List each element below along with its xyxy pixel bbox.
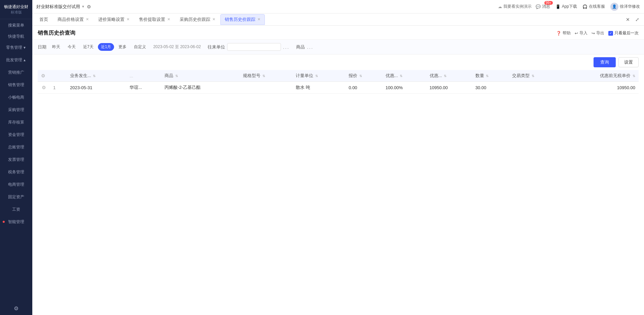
sort-icon: ⇅ bbox=[444, 74, 446, 78]
th-quantity[interactable]: 数量 ⇅ bbox=[472, 70, 509, 82]
demo-button[interactable]: ☁ 我要看实例演示 bbox=[498, 4, 532, 9]
message-icon: 💬 bbox=[536, 4, 541, 9]
tab-purchase-history[interactable]: 采购历史价跟踪 ✕ bbox=[175, 14, 220, 25]
sidebar-item-invoice[interactable]: 发票管理 bbox=[0, 153, 32, 166]
close-window-icon[interactable]: ✕ bbox=[624, 16, 632, 23]
online-service-label: 在线客服 bbox=[589, 4, 605, 9]
sort-icon: ⇅ bbox=[262, 74, 265, 78]
sidebar-item-small-ecommerce[interactable]: 小畅电商 bbox=[0, 91, 32, 104]
import-button[interactable]: ↩ 导入 bbox=[575, 30, 587, 36]
topbar-settings-icon[interactable]: ⚙ bbox=[87, 4, 91, 9]
table-row: ⚙ 1 2023-05-31 华谊... 丙烯酸-2-乙基己酯 bbox=[38, 82, 639, 94]
online-service-button[interactable]: 🎧 在线客服 bbox=[582, 4, 605, 9]
date-btn-last1m[interactable]: 近1月 bbox=[98, 43, 114, 51]
row-settings-icon[interactable]: ⚙ bbox=[42, 85, 46, 90]
sort-icon: ⇅ bbox=[175, 74, 178, 78]
customer-filter-label: 往来单位 bbox=[208, 44, 225, 50]
user-menu[interactable]: 👤 徐泽华修改 bbox=[610, 3, 640, 11]
sidebar-item-purchase[interactable]: 采购管理 bbox=[0, 104, 32, 116]
tab-label: 首页 bbox=[39, 16, 48, 23]
cloud-icon: ☁ bbox=[498, 4, 502, 9]
sidebar-item-accounting[interactable]: 总账管理 bbox=[0, 141, 32, 153]
action-buttons: 查询 设置 bbox=[32, 55, 644, 70]
tab-sales-history[interactable]: 销售历史价跟踪 ✕ bbox=[220, 14, 265, 25]
th-business-date[interactable]: 业务发生... ⇅ bbox=[67, 70, 126, 82]
sidebar-item-marketing[interactable]: 营销推广 bbox=[0, 66, 32, 79]
date-btn-yesterday[interactable]: 昨天 bbox=[49, 43, 63, 51]
th-unit[interactable]: 计量单位 ⇅ bbox=[292, 70, 345, 82]
row-number: 1 bbox=[53, 85, 56, 90]
tab-sale-extract[interactable]: 售价提取设置 ✕ bbox=[135, 14, 175, 25]
sidebar-item-smart[interactable]: 智能管理 bbox=[0, 216, 32, 228]
tab-close-icon[interactable]: ✕ bbox=[257, 17, 260, 22]
th-price[interactable]: 报价 ⇅ bbox=[345, 70, 382, 82]
sidebar-item-finance[interactable]: 资金管理 bbox=[0, 129, 32, 141]
th-label: 优惠... bbox=[386, 73, 398, 78]
help-label: 帮助 bbox=[563, 30, 571, 36]
th-num bbox=[50, 70, 67, 82]
row-business-date-cell: 2023-05-31 bbox=[67, 82, 126, 94]
tab-home[interactable]: 首页 bbox=[35, 14, 52, 25]
customer-dots-button[interactable]: ... bbox=[283, 44, 289, 50]
product-dots-button[interactable]: ... bbox=[307, 44, 313, 50]
tab-bar: 首页 商品价格设置 ✕ 进价策略设置 ✕ 售价提取设置 ✕ 采购历史价跟踪 ✕ … bbox=[32, 13, 644, 26]
column-settings-icon[interactable]: ⚙ bbox=[41, 73, 45, 78]
th-label: 交易类型 bbox=[512, 73, 530, 78]
headset-icon: 🎧 bbox=[582, 4, 587, 9]
logo-text: 畅捷通好业财 bbox=[3, 4, 30, 10]
page-header-actions: ❓ 帮助 ↩ 导入 ↪ 导出 ✓ 只看最后一次 bbox=[556, 30, 639, 36]
price-value: 0.00 bbox=[349, 85, 357, 90]
sidebar-search[interactable]: 搜索菜单 bbox=[0, 19, 32, 32]
tab-price[interactable]: 商品价格设置 ✕ bbox=[53, 14, 93, 25]
th-spec[interactable]: 规格型号 ⇅ bbox=[240, 70, 292, 82]
row-spec-cell bbox=[240, 82, 292, 94]
sidebar-item-payroll[interactable]: 工资 bbox=[0, 203, 32, 216]
th-label: 规格型号 bbox=[243, 73, 260, 78]
sidebar-item-inventory[interactable]: 库存核算 bbox=[0, 116, 32, 129]
messages-button[interactable]: 💬 消息 99+ bbox=[536, 4, 550, 9]
th-discount-pct[interactable]: 优惠... ⇅ bbox=[382, 70, 426, 82]
tab-close-icon[interactable]: ✕ bbox=[167, 17, 170, 22]
checkbox-icon: ✓ bbox=[608, 31, 613, 36]
date-btn-last7[interactable]: 近7天 bbox=[80, 43, 97, 51]
sidebar-item-label: 智能管理 bbox=[8, 219, 24, 224]
th-pretax-price[interactable]: 优惠前无税单价 ⇅ bbox=[562, 70, 639, 82]
tab-label: 采购历史价跟踪 bbox=[180, 16, 210, 23]
main-content: 好业财标准版交付试用 ▼ ⚙ ☁ 我要看实例演示 💬 消息 99+ 📱 App下… bbox=[32, 0, 644, 315]
th-product[interactable]: 商品 ⇅ bbox=[161, 70, 240, 82]
sidebar-item-ecommerce[interactable]: 电商管理 bbox=[0, 178, 32, 191]
tab-close-icon[interactable]: ✕ bbox=[127, 17, 130, 22]
sidebar-item-tax[interactable]: 税务管理 bbox=[0, 166, 32, 178]
tab-close-icon[interactable]: ✕ bbox=[86, 17, 89, 22]
date-btn-today[interactable]: 今天 bbox=[65, 43, 79, 51]
product-dropdown[interactable]: 好业财标准版交付试用 ▼ bbox=[36, 4, 85, 10]
sidebar-item-assets[interactable]: 固定资产 bbox=[0, 191, 32, 203]
help-button[interactable]: ❓ 帮助 bbox=[556, 30, 571, 36]
question-icon: ❓ bbox=[556, 31, 561, 36]
maximize-icon[interactable]: ⤢ bbox=[633, 16, 641, 23]
date-btn-more[interactable]: 更多 bbox=[115, 43, 130, 51]
export-button[interactable]: ↪ 导出 bbox=[592, 30, 604, 36]
date-btn-custom[interactable]: 自定义 bbox=[131, 43, 149, 51]
tab-close-icon[interactable]: ✕ bbox=[212, 17, 215, 22]
app-download-button[interactable]: 📱 App下载 bbox=[556, 4, 577, 9]
th-discount-amt[interactable]: 优惠... ⇅ bbox=[426, 70, 472, 82]
th-dots[interactable]: ... bbox=[126, 70, 161, 82]
th-trade-type[interactable]: 交易类型 ⇅ bbox=[509, 70, 562, 82]
settings-icon[interactable]: ⚙ bbox=[14, 306, 19, 311]
business-date-value: 2023-05-31 bbox=[70, 85, 93, 90]
tab-purchase-strategy[interactable]: 进价策略设置 ✕ bbox=[94, 14, 134, 25]
th-gear: ⚙ bbox=[38, 70, 50, 82]
sidebar-quick-nav[interactable]: 快捷导航 bbox=[0, 32, 32, 41]
sidebar-item-wholesale[interactable]: 批发管理 ▲ bbox=[0, 54, 32, 66]
sidebar-item-retail[interactable]: 零售管理 ▼ bbox=[0, 41, 32, 54]
query-button[interactable]: 查询 bbox=[594, 57, 616, 67]
customer-input[interactable] bbox=[227, 43, 281, 51]
settings-button[interactable]: 设置 bbox=[618, 57, 639, 67]
row-customer-cell: 华谊... bbox=[126, 82, 161, 94]
only-last-checkbox[interactable]: ✓ 只看最后一次 bbox=[608, 30, 639, 36]
date-buttons: 昨天 今天 近7天 近1月 更多 自定义 bbox=[49, 43, 149, 51]
sidebar-item-sales[interactable]: 销售管理 bbox=[0, 79, 32, 91]
tab-bar-end: ✕ ⤢ bbox=[624, 16, 641, 23]
th-dots-icon[interactable]: ... bbox=[130, 73, 133, 78]
